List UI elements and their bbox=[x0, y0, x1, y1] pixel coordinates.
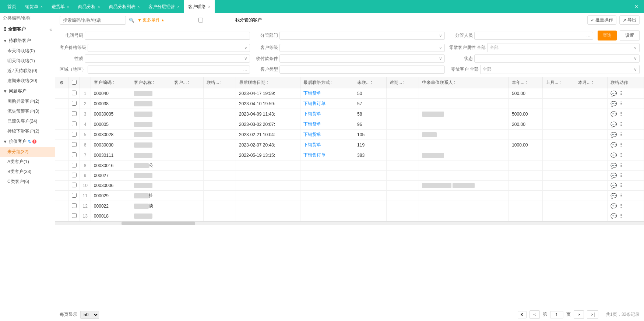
row-check[interactable] bbox=[68, 150, 80, 160]
col-unit-contact[interactable]: 往来单位联系人 : bbox=[419, 77, 508, 88]
nav-customer-contact[interactable]: 客户联络 × bbox=[184, 0, 215, 13]
more-conditions-btn[interactable]: ▼ 更多条件 ▲ bbox=[137, 17, 165, 23]
nav-home[interactable]: 首页 bbox=[3, 0, 21, 13]
nav-product-list-close[interactable]: × bbox=[138, 5, 140, 9]
row-last-method[interactable]: 下销货单 bbox=[300, 88, 354, 99]
row-check[interactable] bbox=[68, 211, 80, 221]
row-last-method[interactable]: 下销售订单 bbox=[300, 99, 354, 109]
row-check[interactable] bbox=[68, 171, 80, 181]
sidebar-group-value[interactable]: ▼ 价值客户 ↻ ! bbox=[0, 136, 55, 147]
row-last-method[interactable]: 下销售订单 bbox=[300, 150, 354, 160]
retail-attr-select[interactable]: 全部∨ bbox=[487, 43, 640, 52]
chat-icon[interactable]: 💬 bbox=[610, 193, 617, 199]
search-icon[interactable]: 🔍 bbox=[129, 18, 134, 23]
contact-method-link[interactable]: 下销货单 bbox=[303, 121, 321, 127]
nature-select[interactable]: ∨ bbox=[85, 54, 250, 63]
chat-icon[interactable]: 💬 bbox=[610, 142, 617, 148]
chat-icon[interactable]: 💬 bbox=[610, 101, 617, 107]
select-all-check[interactable] bbox=[72, 80, 77, 85]
row-last-method[interactable]: 下销货单 bbox=[300, 130, 354, 140]
sidebar-all-customers[interactable]: ⠿ 全部客户 « bbox=[0, 23, 55, 35]
col-last-method[interactable]: 最后联络方式 : bbox=[300, 77, 354, 88]
row-last-method[interactable] bbox=[300, 171, 354, 181]
sidebar-group-pending[interactable]: ▼ 待联络客户 bbox=[0, 35, 55, 46]
row-check[interactable] bbox=[68, 130, 80, 140]
export-btn[interactable]: ↗ 导出 bbox=[619, 15, 640, 25]
sidebar-item-tomorrow[interactable]: 明天待联络(1) bbox=[0, 56, 55, 66]
grid-icon[interactable]: ⠿ bbox=[619, 101, 623, 107]
row-check[interactable] bbox=[68, 181, 80, 191]
per-page-select[interactable]: 50 100 bbox=[80, 311, 99, 319]
col-settings[interactable]: ⚙ bbox=[55, 77, 68, 88]
search-input[interactable] bbox=[60, 16, 126, 25]
chat-icon[interactable]: 💬 bbox=[610, 132, 617, 138]
row-last-method[interactable]: 下销货单 bbox=[300, 109, 354, 119]
my-customers-check[interactable] bbox=[168, 18, 234, 22]
refresh-icon[interactable]: ↻ bbox=[28, 139, 32, 144]
col-overdue[interactable]: 逾期... : bbox=[386, 77, 419, 88]
contact-method-link[interactable]: 下销售订单 bbox=[303, 101, 325, 106]
row-check[interactable] bbox=[68, 99, 80, 109]
nav-product-analysis[interactable]: 商品分析 × bbox=[74, 0, 105, 13]
chat-icon[interactable]: 💬 bbox=[610, 111, 617, 117]
sidebar-item-overdue[interactable]: 逾期未联络(30) bbox=[0, 76, 55, 86]
chat-icon[interactable]: 💬 bbox=[610, 121, 617, 127]
chat-icon[interactable]: 💬 bbox=[610, 203, 617, 209]
row-check[interactable] bbox=[68, 201, 80, 211]
row-check[interactable] bbox=[68, 160, 80, 171]
chat-icon[interactable]: 💬 bbox=[610, 152, 617, 158]
col-last-date[interactable]: 最后联络日期 : bbox=[236, 77, 300, 88]
sidebar-group-problem[interactable]: ▼ 问题客户 bbox=[0, 86, 55, 96]
dept-select[interactable]: ∨ bbox=[279, 32, 445, 40]
sidebar-item-7days[interactable]: 近7天待联络(0) bbox=[0, 66, 55, 76]
sidebar-item-churned[interactable]: 已流失客户(24) bbox=[0, 116, 55, 126]
nav-customer-tier[interactable]: 客户分层经营 × bbox=[144, 0, 184, 13]
sidebar-item-today[interactable]: 今天待联络(0) bbox=[0, 46, 55, 56]
sidebar-item-class-a[interactable]: A类客户(1) bbox=[0, 157, 55, 167]
nav-customer-contact-close[interactable]: × bbox=[208, 5, 210, 9]
batch-op-btn[interactable]: ✓ 批量操作 bbox=[587, 15, 616, 25]
row-last-method[interactable]: 下销货单 bbox=[300, 140, 354, 150]
sidebar-item-hoarding[interactable]: 囤购异常客户(2) bbox=[0, 96, 55, 106]
grid-icon[interactable]: ⠿ bbox=[619, 163, 623, 169]
manager-select[interactable]: … bbox=[474, 32, 593, 40]
col-last-month[interactable]: 上月... : bbox=[543, 77, 575, 88]
status-select[interactable]: ∨ bbox=[474, 54, 640, 63]
row-last-method[interactable] bbox=[300, 181, 354, 191]
col-this-month[interactable]: 本月... : bbox=[575, 77, 607, 88]
row-last-method[interactable]: 下销货单 bbox=[300, 119, 354, 130]
chat-icon[interactable]: 💬 bbox=[610, 213, 617, 219]
prev-page-btn[interactable]: ＜ bbox=[529, 310, 540, 319]
grid-icon[interactable]: ⠿ bbox=[619, 173, 623, 179]
row-check[interactable] bbox=[68, 109, 80, 119]
grid-icon[interactable]: ⠿ bbox=[619, 91, 623, 96]
grid-icon[interactable]: ⠿ bbox=[619, 183, 623, 188]
nav-purchase-close[interactable]: × bbox=[67, 5, 69, 9]
row-check[interactable] bbox=[68, 191, 80, 201]
col-contact[interactable]: 联络... : bbox=[204, 77, 236, 88]
row-last-method[interactable] bbox=[300, 201, 354, 211]
contact-method-link[interactable]: 下销货单 bbox=[303, 132, 321, 137]
nav-sales-close[interactable]: × bbox=[41, 5, 43, 9]
sidebar-item-class-c[interactable]: C类客户(6) bbox=[0, 177, 55, 187]
sidebar-item-ungroup[interactable]: 未分组(32) bbox=[0, 147, 55, 157]
row-last-method[interactable] bbox=[300, 160, 354, 171]
col-check[interactable] bbox=[68, 77, 80, 88]
sidebar-collapse-icon[interactable]: « bbox=[49, 27, 52, 32]
horizontal-scrollbar[interactable] bbox=[55, 221, 644, 225]
sidebar-item-declining[interactable]: 持续下滑客户(2) bbox=[0, 126, 55, 136]
contact-method-link[interactable]: 下销售订单 bbox=[303, 152, 325, 158]
nav-sales[interactable]: 销货单 × bbox=[21, 0, 47, 13]
next-page-btn[interactable]: ＞ bbox=[574, 310, 584, 319]
row-check[interactable] bbox=[68, 88, 80, 99]
nav-product-analysis-close[interactable]: × bbox=[98, 5, 100, 9]
last-page-btn[interactable]: ＞| bbox=[587, 310, 598, 319]
grid-icon[interactable]: ⠿ bbox=[619, 193, 623, 199]
customer-type-input[interactable] bbox=[279, 66, 445, 74]
query-btn[interactable]: 查询 bbox=[598, 31, 617, 40]
col-this-year[interactable]: 本年... : bbox=[509, 77, 543, 88]
row-last-method[interactable] bbox=[300, 191, 354, 201]
my-customers-checkbox[interactable]: 我分管的客户 bbox=[168, 17, 262, 23]
chat-icon[interactable]: 💬 bbox=[610, 183, 617, 188]
chat-icon[interactable]: 💬 bbox=[610, 163, 617, 169]
